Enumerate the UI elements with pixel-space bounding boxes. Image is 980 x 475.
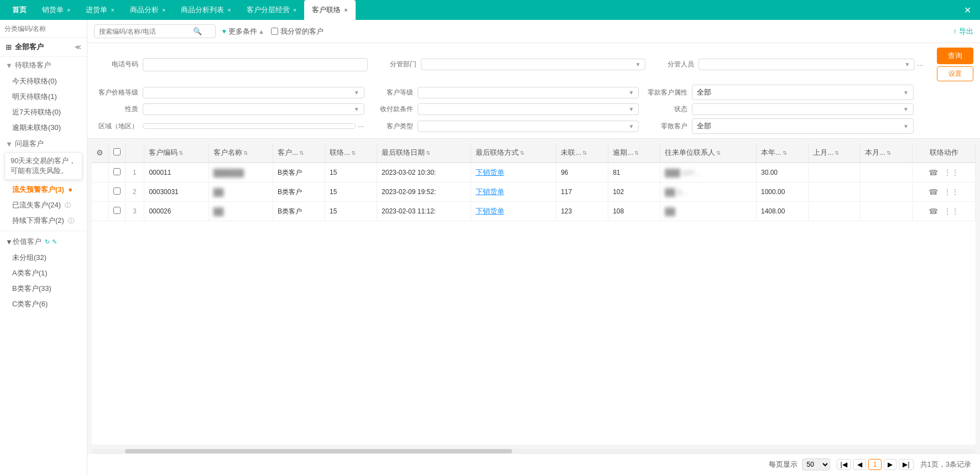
row-settings-0 xyxy=(92,163,108,182)
manager-select[interactable]: ▼ xyxy=(698,59,915,70)
col-contact[interactable]: 联络...⇅ xyxy=(325,143,377,163)
row-contact-1: 15 xyxy=(325,182,377,202)
sidebar-item-today[interactable]: 今天待联络(0) xyxy=(0,74,87,89)
col-this-year[interactable]: 本年...⇅ xyxy=(756,143,808,163)
next-page-button[interactable]: ▶ xyxy=(884,459,896,470)
col-overdue[interactable]: 逾期...⇅ xyxy=(608,143,660,163)
row-last-method-1[interactable]: 下销货单 xyxy=(471,182,556,202)
status-select[interactable]: ▼ xyxy=(692,103,914,115)
tab-customer-contact[interactable]: 客户联络 × xyxy=(304,0,355,20)
advanced-filter: 电话号码 分管部门 ▼ 分管人员 ▼ ··· xyxy=(87,43,980,139)
col-last-month[interactable]: 上月...⇅ xyxy=(808,143,860,163)
per-page-select[interactable]: 50 100 200 xyxy=(802,458,830,471)
row-checkbox-2[interactable] xyxy=(108,202,125,221)
customer-type-select[interactable]: ▼ xyxy=(418,121,639,132)
tab-home[interactable]: 首页 xyxy=(4,0,34,20)
sidebar-group-value[interactable]: ▼ 价值客户 ↻ ✎ xyxy=(0,233,87,250)
select-all-checkbox[interactable] xyxy=(113,148,121,155)
col-settings[interactable]: ⚙ xyxy=(92,143,108,163)
action-more-0[interactable]: ⋮⋮ xyxy=(943,168,959,177)
window-close-button[interactable]: ✕ xyxy=(960,5,976,15)
col-this-month[interactable]: 本月...⇅ xyxy=(861,143,913,163)
query-button[interactable]: 查询 xyxy=(937,48,973,64)
tab-sales[interactable]: 销货单 × xyxy=(34,0,78,20)
tab-analysis[interactable]: 商品分析 × xyxy=(122,0,173,20)
tab-purchase[interactable]: 进货单 × xyxy=(78,0,122,20)
action-phone-0[interactable]: ☎ xyxy=(929,168,938,177)
horizontal-scrollbar[interactable] xyxy=(92,449,976,453)
sidebar-group-problem[interactable]: ▼ 问题客户 xyxy=(0,135,87,152)
manager-dots[interactable]: ··· xyxy=(917,60,924,69)
arrow-icon-value: ▼ xyxy=(6,238,13,246)
col-last-date[interactable]: 最后联络日期⇅ xyxy=(377,143,471,163)
col-name[interactable]: 客户名称⇅ xyxy=(208,143,273,163)
row-type-0: B类客户 xyxy=(273,163,325,182)
sidebar-search-input[interactable] xyxy=(4,25,87,33)
sort-icon-name: ⇅ xyxy=(243,150,248,156)
sidebar-all-customers[interactable]: ⊞ 全部客户 ≪ xyxy=(0,38,87,57)
sidebar-item-b-class[interactable]: B类客户(33) xyxy=(0,281,87,296)
edit-icon-value[interactable]: ✎ xyxy=(52,238,57,246)
zero-attr-select[interactable]: 全部 ▼ xyxy=(692,85,914,100)
filter-search-input[interactable] xyxy=(99,28,193,35)
customer-tier-select[interactable]: ▼ xyxy=(418,87,639,98)
sidebar-item-overdue[interactable]: 逾期未联络(30) xyxy=(0,120,87,135)
sidebar-item-7days[interactable]: 近7天待联络(0) xyxy=(0,105,87,120)
sidebar-item-tomorrow[interactable]: 明天待联络(1) xyxy=(0,89,87,105)
sidebar-item-unclassified[interactable]: 未分组(32) xyxy=(0,250,87,265)
action-more-2[interactable]: ⋮⋮ xyxy=(943,207,959,216)
tab-customer-tier[interactable]: 客户分层经营 × xyxy=(239,0,304,20)
action-phone-1[interactable]: ☎ xyxy=(929,187,938,196)
payment-select[interactable]: ▼ xyxy=(418,103,639,115)
tab-customer-contact-close[interactable]: × xyxy=(344,7,347,13)
sidebar-group-pending[interactable]: ▼ 待联络客户 xyxy=(0,57,87,74)
row-checkbox-0[interactable] xyxy=(108,163,125,182)
nature-select[interactable]: ▼ xyxy=(143,103,364,115)
tab-analysis-close[interactable]: × xyxy=(162,7,165,13)
adv-filter-row-2: 客户价格等级 ▼ 客户等级 ▼ 零款客户属性 全部 xyxy=(94,85,973,100)
row-check-1[interactable] xyxy=(113,187,121,195)
filter-search-icon[interactable]: 🔍 xyxy=(193,27,202,35)
row-last-method-2[interactable]: 下销货单 xyxy=(471,202,556,221)
filter-more-conditions[interactable]: ▾ 更多条件 ▲ xyxy=(222,27,264,36)
row-last-month-2 xyxy=(808,202,860,221)
row-checkbox-1[interactable] xyxy=(108,182,125,202)
col-uncontacted[interactable]: 未联...⇅ xyxy=(556,143,608,163)
prev-page-button[interactable]: ◀ xyxy=(853,459,866,470)
sidebar-item-a-class[interactable]: A类客户(1) xyxy=(0,265,87,281)
scrollbar-thumb[interactable] xyxy=(125,449,512,453)
action-phone-2[interactable]: ☎ xyxy=(929,207,938,216)
settings-button[interactable]: 设置 xyxy=(937,66,973,81)
sidebar-item-churn-warning[interactable]: 流失预警客户(3) ● xyxy=(0,182,87,197)
col-last-method[interactable]: 最后联络方式⇅ xyxy=(471,143,556,163)
dept-select[interactable]: ▼ xyxy=(421,59,646,70)
row-overdue-0: 81 xyxy=(608,163,660,182)
sidebar-item-c-class[interactable]: C类客户(6) xyxy=(0,296,87,312)
tab-analysis-list-close[interactable]: × xyxy=(227,7,231,13)
row-check-0[interactable] xyxy=(113,168,121,175)
region-select[interactable] xyxy=(143,123,356,129)
tab-customer-tier-close[interactable]: × xyxy=(293,7,296,13)
phone-input[interactable] xyxy=(143,58,368,71)
region-dots[interactable]: ··· xyxy=(358,122,364,131)
first-page-button[interactable]: |◀ xyxy=(837,459,851,470)
last-page-button[interactable]: ▶| xyxy=(899,459,913,470)
sidebar-item-declining[interactable]: 持续下滑客户(2) ⓘ xyxy=(0,213,87,228)
col-num xyxy=(125,143,144,163)
col-code[interactable]: 客户编码⇅ xyxy=(144,143,208,163)
col-type[interactable]: 客户...⇅ xyxy=(273,143,325,163)
tab-sales-close[interactable]: × xyxy=(67,7,70,13)
price-tier-select[interactable]: ▼ xyxy=(143,87,364,98)
sidebar-item-churned[interactable]: 已流失客户(24) ⓘ xyxy=(0,197,87,213)
my-customers-checkbox[interactable] xyxy=(271,28,278,35)
row-check-2[interactable] xyxy=(113,207,121,214)
my-customers-checkbox-area[interactable]: 我分管的客户 xyxy=(271,27,324,36)
refresh-icon-value[interactable]: ↻ xyxy=(45,238,50,246)
tab-analysis-list[interactable]: 商品分析列表 × xyxy=(173,0,238,20)
col-unit-contact[interactable]: 往来单位联系人⇅ xyxy=(660,143,757,163)
action-more-1[interactable]: ⋮⋮ xyxy=(943,187,959,196)
row-last-method-0[interactable]: 下销货单 xyxy=(471,163,556,182)
zero-customer-select[interactable]: 全部 ▼ xyxy=(692,118,914,134)
tab-purchase-close[interactable]: × xyxy=(111,7,114,13)
export-button[interactable]: ↑ 导出 xyxy=(953,27,974,36)
